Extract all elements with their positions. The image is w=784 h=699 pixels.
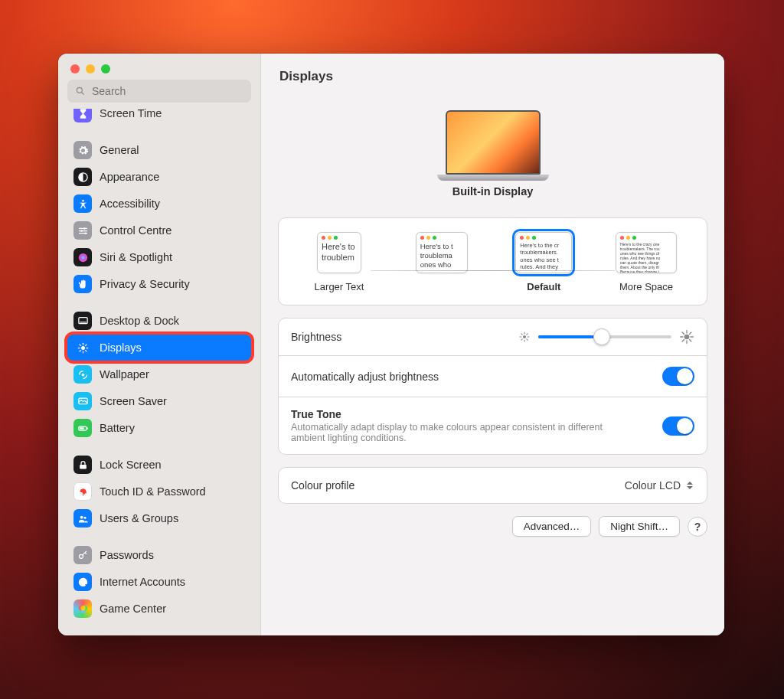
sidebar-item-label: Users & Groups — [100, 512, 178, 524]
chevron-up-down-icon — [685, 479, 694, 492]
resolution-option-label: More Space — [619, 281, 673, 292]
resolution-option-default[interactable]: Here's to the cr troublemakers. ones who… — [509, 232, 578, 292]
night-shift-button[interactable]: Night Shift… — [599, 516, 680, 537]
brightness-slider-fill — [538, 335, 603, 338]
sidebar-item-displays[interactable]: Displays — [67, 335, 251, 361]
sidebar-item-label: Displays — [100, 341, 142, 354]
resolution-option-more[interactable]: Here's to the crazy one troublemakers. T… — [612, 232, 681, 292]
svg-line-15 — [80, 345, 80, 345]
auto-brightness-toggle[interactable] — [662, 367, 694, 386]
sidebar-item-desktop-dock[interactable]: Desktop & Dock — [67, 308, 251, 334]
sidebar-item-wallpaper[interactable]: Wallpaper — [67, 361, 251, 387]
colour-profile-select[interactable]: Colour LCD — [625, 479, 694, 492]
sidebar-item-label: Internet Accounts — [100, 576, 185, 588]
sidebar-item-screen-saver[interactable]: Screen Saver — [67, 388, 251, 414]
sidebar-item-privacy-security[interactable]: Privacy & Security — [67, 271, 251, 297]
resolution-panel: Here's to troublem Larger Text Here's to… — [278, 217, 707, 305]
resolution-thumb-icon: Here's to the crazy one troublemakers. T… — [616, 232, 677, 273]
resolution-thumb-icon: Here's to t troublema ones who — [416, 232, 468, 273]
hourglass-icon — [74, 109, 92, 122]
sidebar-item-siri-spotlight[interactable]: Siri & Spotlight — [67, 244, 251, 270]
close-icon[interactable] — [70, 64, 80, 73]
sidebar-item-game-center[interactable]: Game Center — [67, 596, 251, 622]
sidebar-item-touch-id-password[interactable]: Touch ID & Password — [67, 479, 251, 505]
sidebar-item-label: Touch ID & Password — [100, 485, 206, 498]
minimize-icon[interactable] — [86, 64, 95, 73]
appearance-icon — [74, 168, 92, 186]
display-settings-panel: Brightness Automatically adjust brightne… — [278, 318, 707, 455]
svg-line-48 — [690, 340, 691, 341]
brightness-icon — [74, 338, 92, 357]
window-controls — [58, 54, 260, 80]
svg-rect-22 — [87, 427, 87, 430]
svg-point-5 — [80, 230, 83, 232]
resolution-option-larger[interactable]: Here's to troublem Larger Text — [305, 232, 374, 292]
auto-brightness-row: Automatically adjust brightness — [279, 355, 707, 397]
sidebar-item-passwords[interactable]: Passwords — [67, 542, 251, 568]
true-tone-row: True Tone Automatically adapt display to… — [279, 397, 707, 454]
sidebar-item-internet-accounts[interactable]: Internet Accounts — [67, 569, 251, 595]
sidebar-item-label: Desktop & Dock — [100, 315, 179, 327]
svg-line-39 — [526, 339, 527, 340]
colour-profile-row[interactable]: Colour profile Colour LCD — [279, 468, 707, 503]
at-icon — [74, 573, 92, 591]
svg-line-49 — [682, 340, 684, 341]
sidebar-item-users-groups[interactable]: Users & Groups — [67, 505, 251, 531]
main-pane: Displays Built-in Display Here's to trou… — [261, 54, 724, 635]
svg-point-6 — [84, 232, 87, 234]
resolution-option-mid[interactable]: Here's to t troublema ones who — [407, 232, 476, 292]
sidebar-item-label: Control Centre — [100, 224, 172, 237]
svg-rect-9 — [80, 322, 87, 322]
users-icon — [74, 509, 92, 528]
screensaver-icon — [74, 392, 92, 410]
search-icon — [75, 86, 86, 96]
battery-icon — [74, 419, 92, 437]
sidebar-item-general[interactable]: General — [67, 137, 251, 163]
search-input[interactable] — [67, 80, 251, 103]
svg-point-10 — [81, 346, 85, 350]
resolution-option-label: Default — [527, 281, 560, 292]
svg-line-38 — [521, 334, 521, 335]
svg-line-50 — [690, 332, 691, 334]
sidebar-list: Screen TimeGeneralAppearanceAccessibilit… — [58, 109, 260, 622]
fullscreen-icon[interactable] — [101, 64, 110, 73]
svg-point-3 — [82, 199, 84, 201]
sidebar-item-battery[interactable]: Battery — [67, 415, 251, 441]
help-button[interactable]: ? — [688, 517, 707, 537]
gear-icon — [74, 141, 92, 159]
brightness-slider-knob[interactable] — [593, 328, 610, 345]
sidebar-item-label: Passwords — [100, 549, 154, 561]
hand-icon — [74, 275, 92, 293]
wallpaper-icon — [74, 365, 92, 384]
svg-point-27 — [79, 554, 83, 558]
svg-line-18 — [85, 345, 86, 345]
svg-point-25 — [80, 515, 83, 518]
search-field[interactable] — [90, 84, 243, 98]
accessibility-icon — [74, 194, 92, 213]
sidebar-item-label: Lock Screen — [100, 459, 162, 471]
svg-line-17 — [80, 350, 80, 351]
key-icon — [74, 546, 92, 564]
true-tone-label: True Tone Automatically adapt display to… — [291, 408, 620, 443]
colour-profile-value: Colour LCD — [625, 479, 681, 492]
brightness-slider[interactable] — [538, 335, 671, 338]
auto-brightness-label: Automatically adjust brightness — [291, 371, 439, 383]
svg-point-33 — [523, 335, 526, 338]
sidebar-item-control-centre[interactable]: Control Centre — [67, 217, 251, 243]
svg-point-42 — [684, 335, 690, 340]
svg-line-1 — [82, 93, 84, 95]
system-settings-window: Screen TimeGeneralAppearanceAccessibilit… — [58, 54, 724, 635]
advanced-button[interactable]: Advanced… — [512, 516, 592, 537]
sidebar-item-appearance[interactable]: Appearance — [67, 164, 251, 190]
sidebar-item-screen-time[interactable]: Screen Time — [67, 109, 251, 126]
lock-icon — [74, 456, 92, 474]
page-title: Displays — [261, 54, 724, 87]
sidebar-item-lock-screen[interactable]: Lock Screen — [67, 452, 251, 478]
footer-buttons: Advanced… Night Shift… ? — [278, 516, 707, 537]
svg-point-32 — [80, 606, 85, 610]
true-tone-toggle[interactable] — [662, 416, 694, 436]
sidebar-item-accessibility[interactable]: Accessibility — [67, 191, 251, 217]
sidebar-item-label: Battery — [100, 422, 135, 434]
sidebar-item-label: Screen Time — [100, 109, 162, 119]
svg-rect-23 — [80, 427, 84, 430]
